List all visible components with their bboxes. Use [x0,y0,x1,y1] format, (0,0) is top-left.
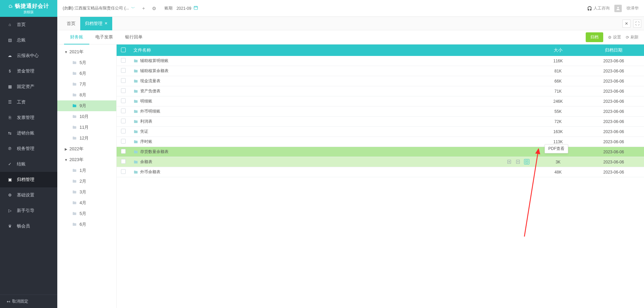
tab-archive[interactable]: 归档管理 ✕ [80,17,112,30]
table-row[interactable]: 余额表3K2023-06-06 [117,157,644,167]
row-checkbox[interactable] [121,58,126,63]
excel-download-icon[interactable] [507,159,512,164]
table-row[interactable]: 现金流量表66K2023-06-06 [117,76,644,86]
nav-item-settings[interactable]: ⚙基础设置 [0,187,57,203]
table-row[interactable]: 外币明细账55K2023-06-06 [117,106,644,117]
calendar-icon[interactable] [193,5,198,11]
nav-item-guide[interactable]: ▷新手引导 [0,203,57,218]
folder-icon [72,114,77,119]
period-value: 2021-09 [177,6,191,11]
row-checkbox[interactable] [121,98,126,103]
row-checkbox[interactable] [121,119,126,123]
folder-icon [72,71,77,76]
row-checkbox[interactable] [121,149,126,154]
tree-month[interactable]: 10月 [57,111,116,122]
nav-label: 总账 [17,37,26,43]
tree-month[interactable]: 8月 [57,90,116,100]
table-row[interactable]: 明细账246K2023-06-06 [117,96,644,106]
nav-item-tax[interactable]: ℗税务管理 [0,141,57,156]
nav-item-inout[interactable]: ⇆进销台账 [0,125,57,141]
tree-month[interactable]: 3月 [57,187,116,197]
sidebar-unpin[interactable]: ↤ 取消固定 [0,295,57,308]
archive-button[interactable]: 归档 [586,32,603,42]
pdf-view-icon[interactable] [524,159,529,164]
file-name: 外币明细账 [140,109,160,114]
add-icon[interactable]: ＋ [141,5,146,11]
table-row[interactable]: 外币余额表48K2023-06-06 [117,167,644,177]
nav-item-asset[interactable]: ▦固定资产 [0,79,57,94]
avatar[interactable] [614,5,622,12]
file-size: 72K [533,117,583,127]
table-row[interactable]: 凭证163K2023-06-06 [117,127,644,137]
nav-item-cloud-report[interactable]: ☁云报表中心 [0,48,57,63]
row-checkbox[interactable] [121,88,126,93]
tree-month[interactable]: 5月 [57,57,116,68]
row-checkbox[interactable] [121,109,126,113]
nav-label: 发票管理 [17,115,34,121]
settings-link[interactable]: ⚙设置 [608,34,621,40]
row-checkbox[interactable] [121,159,126,164]
tree-year[interactable]: ▼2021年 [57,47,116,57]
tree-month[interactable]: 1月 [57,165,116,176]
tree-month[interactable]: 6月 [57,68,116,79]
row-checkbox[interactable] [121,68,126,73]
row-checkbox[interactable] [121,139,126,144]
folder-icon [133,129,138,134]
subtab-einvoice[interactable]: 电子发票 [89,30,119,44]
nav-item-ledger[interactable]: ▤总账 [0,32,57,48]
folder-icon [72,60,77,65]
tree-month[interactable]: 2月 [57,176,116,187]
svg-rect-4 [525,160,528,163]
subtab-finance-label: 财务账 [70,34,83,40]
svg-point-1 [617,7,619,8]
subtab-bank[interactable]: 银行回单 [119,30,149,44]
nav-item-salary[interactable]: ☰工资 [0,94,57,110]
tree-year-label: 2023年 [69,157,84,163]
file-size: 163K [533,127,583,137]
tree-month[interactable]: 5月 [57,208,116,219]
nav-label: 云报表中心 [17,53,39,59]
tab-close-all-icon[interactable]: ✕ [622,20,631,28]
table-row[interactable]: 辅助核算明细账116K2023-06-06 [117,56,644,66]
tab-close-icon[interactable]: ✕ [104,21,108,26]
row-checkbox[interactable] [121,78,126,83]
consult-link[interactable]: 🎧 人工咨询 [587,5,610,11]
fullscreen-icon[interactable]: ⛶ [633,20,641,28]
pdf-download-icon[interactable] [515,159,521,164]
nav-item-home[interactable]: ⌂首页 [0,17,57,32]
tree-month[interactable]: 6月 [57,219,116,230]
table-row[interactable]: 辅助核算余额表81K2023-06-06 [117,66,644,76]
nav-label: 新手引导 [17,208,34,214]
refresh-link[interactable]: ⟳刷新 [626,34,639,40]
nav-item-invoice[interactable]: ⎘发票管理 [0,110,57,125]
row-checkbox[interactable] [121,129,126,133]
home-icon: ⌂ [7,22,13,28]
row-checkbox[interactable] [121,169,126,174]
file-table: 文件名称 大小 归档日期 辅助核算明细账116K2023-06-06辅助核算余额… [117,44,644,177]
user-name[interactable]: 徐泽华 [626,5,639,11]
tab-home[interactable]: 首页 [62,17,80,30]
nav-item-member[interactable]: ♛畅会员 [0,218,57,234]
svg-rect-0 [194,6,197,9]
subtab-finance[interactable]: 财务账 [64,30,89,44]
table-row[interactable]: 利润表72K2023-06-06 [117,117,644,127]
tree-year[interactable]: ▶2022年 [57,144,116,154]
tree-month[interactable]: 7月 [57,79,116,90]
sidebar: 畅捷通好会计 旗舰版 ⌂首页▤总账☁云报表中心＄资金管理▦固定资产☰工资⎘发票管… [0,0,57,308]
tree-year[interactable]: ▼2023年 [57,154,116,165]
table-row[interactable]: 资产负债表71K2023-06-06 [117,86,644,96]
tree-month[interactable]: 9月 [57,100,116,111]
company-dropdown-icon[interactable]: ﹀ [131,5,135,11]
tree-month[interactable]: 4月 [57,197,116,208]
tree-month[interactable]: 12月 [57,133,116,144]
nav-item-fund[interactable]: ＄资金管理 [0,63,57,79]
tree-month-label: 7月 [80,81,86,87]
select-all-checkbox[interactable] [121,48,126,52]
nav-item-close-period[interactable]: ✓结账 [0,156,57,172]
col-size: 大小 [533,44,583,56]
topbar: (勿删) 江西服宝精品有限责任公司 (... ﹀ ＋ ⚙ 账期 2021-09 … [57,0,644,17]
tree-month-label: 9月 [80,103,86,109]
tree-month[interactable]: 11月 [57,122,116,133]
gear-icon[interactable]: ⚙ [152,6,156,11]
nav-item-archive[interactable]: ▣归档管理 [0,172,57,187]
